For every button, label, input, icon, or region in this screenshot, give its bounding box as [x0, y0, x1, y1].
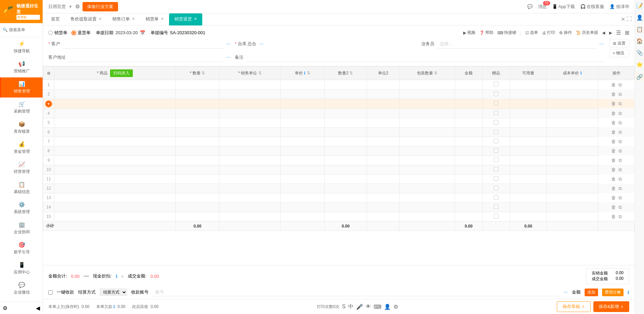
tab-sales-order[interactable]: 销售订单 ✕: [107, 13, 140, 25]
gift-checkbox-6[interactable]: [494, 129, 498, 134]
sort-qty-icon[interactable]: ⇅: [202, 71, 205, 75]
delete-row-btn-11[interactable]: 🗑: [610, 176, 616, 182]
copy-row-btn-1[interactable]: ⧉: [618, 81, 623, 88]
staff-input[interactable]: [437, 39, 597, 49]
select-btn[interactable]: ☑ 选单: [525, 30, 538, 36]
right-panel-icon-0[interactable]: 📝: [636, 3, 643, 9]
online-service[interactable]: 🎧 在线客服: [580, 4, 604, 10]
user-avatar[interactable]: 👤 徐泽华: [609, 4, 629, 10]
sort-pkg-icon[interactable]: ⇅: [434, 71, 437, 75]
calendar-icon[interactable]: 📅: [140, 30, 145, 35]
cash-discount-info[interactable]: ℹ: [116, 274, 117, 279]
add-button[interactable]: 添加: [585, 289, 598, 296]
grid-view-icon[interactable]: ⊞: [625, 29, 629, 36]
sidebar-item-finance[interactable]: 💰 资金管理: [0, 138, 43, 158]
copy-row-btn-2[interactable]: ⧉: [618, 91, 623, 98]
tab-sales-return[interactable]: 销货退货 ✕: [169, 13, 202, 25]
shortcut-btn[interactable]: ⌨ 快捷键: [497, 30, 516, 36]
scan-button[interactable]: 扫码录入: [110, 69, 133, 77]
fee-split-info-icon[interactable]: ℹ: [628, 290, 629, 295]
address-lookup-icon[interactable]: ···: [226, 54, 231, 60]
gift-checkbox-10[interactable]: [494, 167, 498, 172]
tab-close-sales-order[interactable]: ✕: [132, 17, 135, 21]
gift-checkbox-12[interactable]: [494, 186, 498, 190]
right-panel-icon-1[interactable]: 👤: [636, 14, 643, 21]
gift-checkbox-13[interactable]: [494, 195, 498, 200]
sidebar-item-guide[interactable]: 🎯 新手引导: [0, 238, 43, 258]
delete-row-btn-5[interactable]: 🗑: [610, 119, 616, 126]
sidebar-item-wechat[interactable]: 💬 企业微信: [0, 278, 43, 299]
col-settings[interactable]: ⚙: [43, 67, 54, 80]
delete-row-btn-1[interactable]: 🗑: [610, 81, 616, 88]
right-panel-icon-2[interactable]: 📋: [636, 26, 643, 33]
address-input[interactable]: [68, 53, 224, 62]
sidebar-item-enterprise[interactable]: 🏢 企业协同: [0, 218, 43, 238]
save-draft-button[interactable]: 保存草稿 ∧: [557, 301, 591, 312]
product-input-3[interactable]: [56, 102, 173, 106]
sidebar-item-marketing[interactable]: 📢 营销推广: [0, 57, 43, 77]
remark-input[interactable]: [246, 53, 604, 62]
gift-checkbox-8[interactable]: [494, 148, 498, 153]
sidebar-item-system[interactable]: ⚙️ 系统管理: [0, 198, 43, 218]
tab-price-setting[interactable]: 售价提取设置 ✕: [65, 13, 107, 25]
gift-checkbox-3[interactable]: [494, 101, 498, 106]
right-panel-icon-5[interactable]: ⭐: [636, 61, 643, 68]
gift-checkbox-9[interactable]: [494, 158, 498, 162]
delete-row-btn-10[interactable]: 🗑: [610, 166, 616, 173]
account-input[interactable]: [153, 288, 559, 296]
settings-footer-icon[interactable]: ⚙: [393, 304, 398, 310]
delete-row-btn-14[interactable]: 🗑: [610, 204, 616, 210]
video-btn[interactable]: ▶ 视频: [463, 30, 475, 36]
trial-button[interactable]: 体验行业方案: [83, 2, 118, 11]
gift-checkbox-2[interactable]: [494, 91, 498, 96]
copy-row-btn-10[interactable]: ⧉: [618, 166, 623, 173]
delete-row-btn-9[interactable]: 🗑: [610, 157, 616, 164]
help-btn[interactable]: ❓ 帮助: [479, 30, 493, 36]
save-new-button[interactable]: 保存&新增 ∧: [593, 301, 629, 312]
price-info-icon[interactable]: ℹ: [304, 71, 306, 75]
prev-icon[interactable]: ◀: [602, 30, 605, 35]
delete-row-btn-13[interactable]: 🗑: [610, 194, 616, 201]
gift-checkbox-11[interactable]: [494, 176, 498, 181]
right-panel-icon-active[interactable]: 🔗: [636, 73, 644, 81]
date-value[interactable]: 2023-03-20: [115, 30, 138, 35]
radio-return[interactable]: 退货单: [71, 30, 91, 36]
settings-bottom-icon[interactable]: ⚙: [3, 305, 7, 311]
account-lookup-icon[interactable]: ···: [564, 289, 568, 295]
sidebar-item-basic-info[interactable]: 📋 基础信息: [0, 178, 43, 198]
radio-sales[interactable]: 销货单: [48, 30, 67, 36]
copy-row-btn-7[interactable]: ⧉: [618, 138, 623, 145]
history-btn[interactable]: 📜 历史单据: [576, 30, 598, 36]
staff-lookup-icon[interactable]: ···: [599, 41, 604, 47]
tab-sales-delivery[interactable]: 销货单 ✕: [140, 13, 169, 25]
customer-lookup-icon[interactable]: ···: [226, 41, 231, 47]
sort-qty2-icon[interactable]: ⇅: [350, 71, 353, 75]
delete-row-btn-2[interactable]: 🗑: [610, 91, 616, 98]
next-icon[interactable]: ▶: [609, 30, 612, 35]
settings-side-btn[interactable]: ⚙ 设置: [609, 39, 629, 48]
copy-row-btn-5[interactable]: ⧉: [618, 119, 623, 126]
print-btn[interactable]: 🖨 打印: [542, 30, 555, 36]
delete-row-btn-6[interactable]: 🗑: [610, 129, 616, 135]
copy-row-btn-11[interactable]: ⧉: [618, 176, 623, 183]
gift-checkbox-7[interactable]: [494, 139, 498, 143]
cost-info-icon[interactable]: ℹ: [580, 71, 582, 75]
tab-home[interactable]: 首页: [46, 13, 65, 25]
copy-row-btn-8[interactable]: ⧉: [618, 147, 623, 154]
copy-row-btn-6[interactable]: ⧉: [618, 129, 623, 136]
delete-row-btn-8[interactable]: 🗑: [610, 147, 616, 154]
copy-row-btn-13[interactable]: ⧉: [618, 194, 623, 201]
tab-close-sales-delivery[interactable]: ✕: [161, 17, 164, 21]
sidebar-item-inventory[interactable]: 📦 库存核算: [0, 118, 43, 138]
operate-btn[interactable]: ⚙ 操作: [559, 30, 572, 36]
right-panel-icon-3[interactable]: 🏠: [636, 38, 643, 44]
delete-row-btn-12[interactable]: 🗑: [610, 185, 616, 192]
sidebar-item-app-center[interactable]: 📱 应用中心: [0, 258, 43, 278]
copy-row-btn-12[interactable]: ⧉: [618, 185, 623, 192]
right-panel-icon-4[interactable]: 📎: [636, 50, 643, 56]
maximize-icon[interactable]: ⛶: [627, 16, 632, 22]
delete-row-btn-15[interactable]: 🗑: [610, 213, 616, 220]
list-view-icon[interactable]: ☰: [616, 29, 621, 36]
copy-row-btn-9[interactable]: ⧉: [618, 157, 623, 164]
sort-price-icon[interactable]: ⇅: [307, 71, 310, 75]
